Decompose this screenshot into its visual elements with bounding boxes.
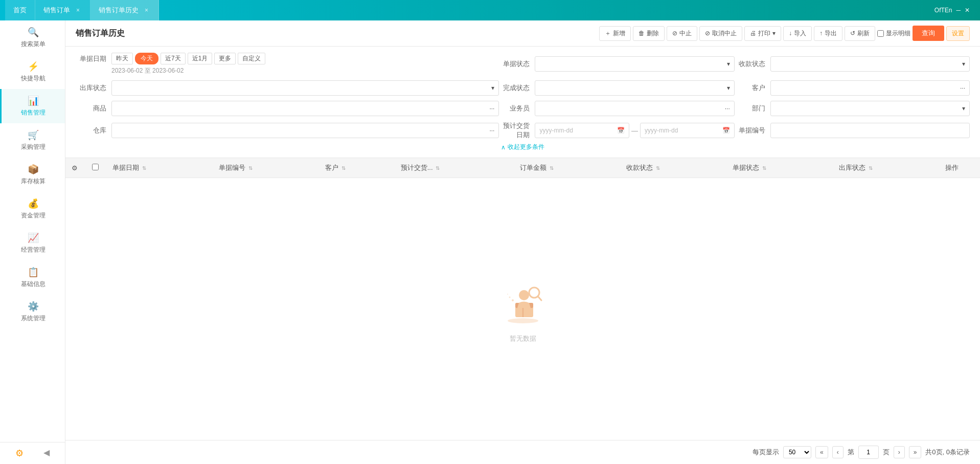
complete-status-select[interactable]: ▾ xyxy=(535,80,734,96)
export-btn[interactable]: ↑ 导出 xyxy=(814,26,842,41)
import-btn[interactable]: ↓ 导入 xyxy=(783,26,812,41)
col-outbound-status-label: 出库状态 xyxy=(839,164,865,171)
ops-mgmt-icon: 📈 xyxy=(28,232,39,244)
sidebar-collapse-icon[interactable]: ◀ xyxy=(43,448,50,459)
delivery-date-to-placeholder: yyyy-mm-dd xyxy=(645,127,678,134)
sidebar-item-inventory-check[interactable]: 📦 库存核算 xyxy=(0,158,65,192)
print-btn[interactable]: 🖨 打印 ▾ xyxy=(744,26,781,41)
date-1month-btn[interactable]: 近1月 xyxy=(188,53,213,64)
settings-btn[interactable]: 设置 xyxy=(946,26,970,41)
delivery-date-from[interactable]: yyyy-mm-dd 📅 xyxy=(535,123,629,138)
date-quick-btns: 昨天 今天 近7天 近1月 更多 自定义 xyxy=(111,53,265,64)
content-area: 销售订单历史 ＋ 新增 🗑 删除 ⊘ 中止 ⊘ 取消中止 xyxy=(65,20,980,464)
new-label: 新增 xyxy=(613,29,625,38)
outbound-status-select[interactable]: ▾ xyxy=(111,80,499,96)
date-yesterday-btn[interactable]: 昨天 xyxy=(111,53,133,64)
payment-status-select[interactable]: ▾ xyxy=(770,56,970,72)
date-today-btn[interactable]: 今天 xyxy=(135,53,158,64)
col-operations-label: 操作 xyxy=(945,164,959,171)
dept-chevron: ▾ xyxy=(962,105,965,112)
sidebar-bottom: ⚙ ◀ xyxy=(0,442,65,464)
col-amount[interactable]: 订单金额 ⇅ xyxy=(514,158,620,178)
sidebar-item-sales-mgmt[interactable]: 📊 销售管理 xyxy=(0,89,65,123)
customer-col: 客户 ··· xyxy=(735,80,970,96)
table-checkbox-col[interactable] xyxy=(86,158,106,178)
goods-select[interactable]: ··· xyxy=(111,101,499,116)
col-delivery-date[interactable]: 预计交货... ⇅ xyxy=(395,158,514,178)
new-btn[interactable]: ＋ 新增 xyxy=(599,26,631,41)
stop-btn[interactable]: ⊘ 中止 xyxy=(667,26,697,41)
prev-page-icon: ‹ xyxy=(837,449,839,456)
next-page-btn[interactable]: › xyxy=(894,446,905,458)
col-amount-label: 订单金额 xyxy=(520,164,546,171)
print-icon: 🖨 xyxy=(750,30,756,37)
calendar-to-icon: 📅 xyxy=(722,127,730,134)
query-btn[interactable]: 查询 xyxy=(913,26,944,41)
complete-status-label: 完成状态 xyxy=(499,83,535,93)
page-number-input[interactable] xyxy=(858,446,879,459)
stop-label: 中止 xyxy=(679,29,692,38)
sort-amount-icon: ⇅ xyxy=(550,165,554,171)
tab-home[interactable]: 首页 xyxy=(5,0,35,20)
table-settings-col[interactable]: ⚙ xyxy=(65,158,86,178)
sidebar-item-purchase-mgmt[interactable]: 🛒 采购管理 xyxy=(0,123,65,158)
table-header: ⚙ 单据日期 ⇅ 单据编号 ⇅ 客户 xyxy=(65,158,980,178)
first-page-btn[interactable]: « xyxy=(815,446,828,458)
warehouse-select[interactable]: ··· xyxy=(111,123,499,138)
salesperson-select[interactable]: ··· xyxy=(535,101,734,116)
bill-number-col: 单据编号 xyxy=(735,121,970,140)
collapse-btn[interactable]: ∧ 收起更多条件 xyxy=(76,140,970,151)
sidebar-settings-icon[interactable]: ⚙ xyxy=(15,448,24,459)
sidebar-item-base-info[interactable]: 📋 基础信息 xyxy=(0,260,65,295)
sidebar-item-capital-mgmt[interactable]: 💰 资金管理 xyxy=(0,192,65,226)
sidebar-item-base-info-label: 基础信息 xyxy=(21,280,45,289)
tab-sales-order-close[interactable]: × xyxy=(74,6,82,15)
customer-select[interactable]: ··· xyxy=(770,80,970,96)
sidebar-item-ops-mgmt[interactable]: 📈 经营管理 xyxy=(0,226,65,260)
top-bar: 首页 销售订单 × 销售订单历史 × OfTEn ─ ✕ xyxy=(0,0,980,20)
empty-state: 暂无数据 xyxy=(65,178,980,440)
col-payment-status[interactable]: 收款状态 ⇅ xyxy=(620,158,726,178)
bill-number-input[interactable] xyxy=(770,123,970,138)
warehouse-col: 仓库 ··· xyxy=(76,121,499,140)
outbound-status-chevron: ▾ xyxy=(491,84,494,92)
col-customer[interactable]: 客户 ⇅ xyxy=(319,158,395,178)
tab-sales-order-history[interactable]: 销售订单历史 × xyxy=(90,0,159,20)
col-number[interactable]: 单据编号 ⇅ xyxy=(213,158,319,178)
col-payment-status-label: 收款状态 xyxy=(626,164,653,171)
total-text: 共0页, 0条记录 xyxy=(925,448,970,457)
tab-sales-order-history-label: 销售订单历史 xyxy=(99,6,139,15)
col-date[interactable]: 单据日期 ⇅ xyxy=(106,158,213,178)
date-filter-col: 单据日期 昨天 今天 近7天 近1月 更多 自定义 2023-06-02 至 2… xyxy=(76,53,499,75)
complete-status-chevron: ▾ xyxy=(727,84,730,92)
delete-label: 删除 xyxy=(647,29,659,38)
col-bill-status[interactable]: 单据状态 ⇅ xyxy=(726,158,833,178)
sidebar-item-quick-nav[interactable]: ⚡ 快捷导航 xyxy=(0,55,65,89)
delete-btn[interactable]: 🗑 删除 xyxy=(633,26,665,41)
cancel-stop-btn[interactable]: ⊘ 取消中止 xyxy=(699,26,742,41)
window-min-btn[interactable]: ─ xyxy=(956,7,961,14)
sidebar-item-search-menu[interactable]: 🔍 搜索菜单 xyxy=(0,20,65,55)
date-more-btn[interactable]: 更多 xyxy=(214,53,236,64)
delivery-date-to[interactable]: yyyy-mm-dd 📅 xyxy=(640,123,735,138)
dept-select[interactable]: ▾ xyxy=(770,101,970,116)
tab-sales-order-history-close[interactable]: × xyxy=(143,6,150,15)
sidebar-item-system-mgmt[interactable]: ⚙️ 系统管理 xyxy=(0,295,65,329)
date-7days-btn[interactable]: 近7天 xyxy=(161,53,186,64)
outbound-status-label: 出库状态 xyxy=(76,83,111,93)
refresh-btn[interactable]: ↺ 刷新 xyxy=(845,26,875,41)
prev-page-btn[interactable]: ‹ xyxy=(832,446,844,458)
bill-status-select[interactable]: ▾ xyxy=(535,56,734,72)
outbound-status-col: 出库状态 ▾ xyxy=(76,80,499,96)
window-close-btn[interactable]: ✕ xyxy=(965,7,970,14)
page-title: 销售订单历史 xyxy=(76,28,125,39)
last-page-btn[interactable]: » xyxy=(909,446,922,458)
date-custom-btn[interactable]: 自定义 xyxy=(238,53,265,64)
select-all-checkbox[interactable] xyxy=(92,164,99,170)
show-detail-checkbox[interactable] xyxy=(877,30,884,37)
goods-col: 商品 ··· xyxy=(76,101,499,116)
page-size-select[interactable]: 50 10 20 100 xyxy=(783,446,811,458)
print-label: 打印 xyxy=(758,29,770,38)
tab-sales-order[interactable]: 销售订单 × xyxy=(35,0,90,20)
col-outbound-status[interactable]: 出库状态 ⇅ xyxy=(833,158,939,178)
